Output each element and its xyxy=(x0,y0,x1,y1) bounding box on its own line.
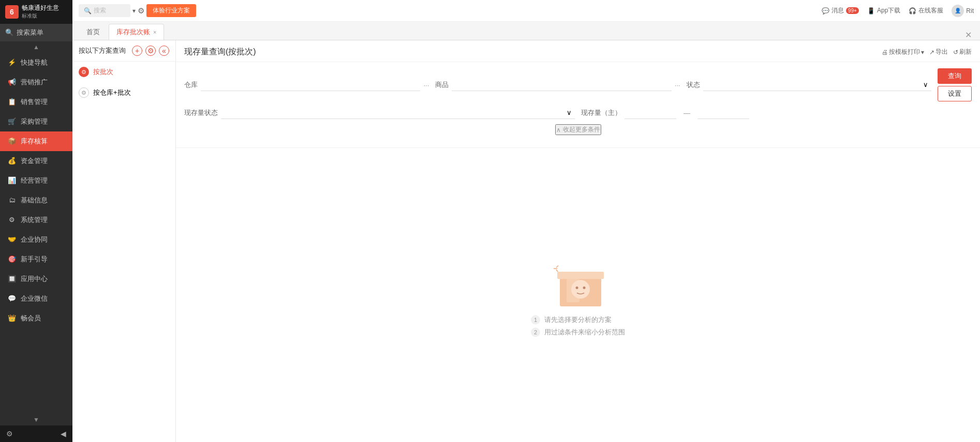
app-download-btn[interactable]: 📱 App下载 xyxy=(867,6,900,15)
sidebar-item-label: 企业协同 xyxy=(21,235,48,244)
sidebar-item-newbie[interactable]: 🎯 新手引导 xyxy=(0,249,72,269)
sidebar-item-label: 经营管理 xyxy=(21,176,48,185)
stock-status-dropdown[interactable]: ∨ xyxy=(221,107,575,119)
sidebar-item-label: 系统管理 xyxy=(21,215,48,225)
stock-amount-max[interactable] xyxy=(697,107,749,119)
scheme-panel-header: 按以下方案查询 + ⚙ « xyxy=(72,40,175,62)
tab-inventory-batch[interactable]: 库存批次账 × xyxy=(109,24,164,40)
empty-hint-2: 2 用过滤条件来缩小分析范围 xyxy=(531,328,625,337)
add-scheme-btn[interactable]: + xyxy=(132,46,142,56)
tab-home-label: 首页 xyxy=(86,27,100,37)
online-service-btn[interactable]: 🎧 在线客服 xyxy=(909,6,943,15)
svg-line-8 xyxy=(556,270,558,272)
experience-btn[interactable]: 体验行业方案 xyxy=(146,4,196,17)
collapse-more-btn[interactable]: ∧ 收起更多条件 xyxy=(555,124,601,135)
inventory-icon: 📦 xyxy=(7,137,17,146)
sidebar-item-label: 销售管理 xyxy=(21,97,48,107)
sidebar-header: 6 畅康通好生意 标准版 xyxy=(0,0,72,24)
topbar-search[interactable]: 🔍 搜索 xyxy=(79,4,130,17)
sidebar-item-shortcut[interactable]: ⚡ 快捷导航 xyxy=(0,53,72,72)
purchase-icon: 🛒 xyxy=(7,117,17,126)
settings-btn[interactable]: 设置 xyxy=(938,86,972,101)
filter-goods: 商品 ··· xyxy=(435,79,680,91)
topbar-left: 🔍 搜索 ▾ ⚙ 体验行业方案 xyxy=(79,4,818,17)
collapse-icon: « xyxy=(162,47,166,55)
goods-input[interactable] xyxy=(452,79,671,91)
warehouse-input[interactable] xyxy=(201,79,420,91)
chevron-down-icon: ∨ xyxy=(923,81,928,89)
corp-icon: 🤝 xyxy=(7,235,17,244)
empty-hints: 1 请先选择要分析的方案 2 用过滤条件来缩小分析范围 xyxy=(531,315,625,337)
sidebar-item-label: 应用中心 xyxy=(21,274,48,284)
panel-close-btn[interactable]: ✕ xyxy=(963,30,974,40)
app-edition: 标准版 xyxy=(22,12,59,20)
topbar-chevron-icon[interactable]: ▾ xyxy=(132,7,136,14)
main-area: 🔍 搜索 ▾ ⚙ 体验行业方案 💬 消息 99+ 📱 App下载 🎧 在线客服 xyxy=(72,0,980,442)
scroll-up-btn[interactable]: ▲ xyxy=(0,41,72,53)
sidebar-item-member[interactable]: 👑 畅会员 xyxy=(0,308,72,328)
sidebar-item-finance[interactable]: 💰 资金管理 xyxy=(0,151,72,171)
marketing-icon: 📢 xyxy=(7,78,17,87)
message-icon: 💬 xyxy=(822,7,829,14)
collapse-icon: ∧ xyxy=(556,126,561,134)
svg-line-6 xyxy=(556,266,558,268)
scheme-panel-title: 按以下方案查询 xyxy=(79,46,126,55)
avatar: 👤 xyxy=(952,5,964,17)
export-btn[interactable]: ↗ 导出 xyxy=(929,48,948,56)
goods-label: 商品 xyxy=(435,80,449,90)
collapse-sidebar-icon[interactable]: ◀ xyxy=(61,430,66,438)
sidebar-item-wechat[interactable]: 💬 企业微信 xyxy=(0,289,72,308)
stock-amount-min[interactable] xyxy=(625,107,676,119)
status-label: 状态 xyxy=(687,80,700,90)
sidebar-item-business[interactable]: 📊 经营管理 xyxy=(0,171,72,190)
sidebar-item-marketing[interactable]: 📢 营销推广 xyxy=(0,72,72,92)
system-icon: ⚙ xyxy=(7,215,17,225)
export-icon: ↗ xyxy=(929,49,934,56)
sales-icon: 📋 xyxy=(7,97,17,107)
sidebar-item-inventory[interactable]: 📦 库存核算 xyxy=(0,131,72,151)
sidebar-item-apps[interactable]: 🔲 应用中心 xyxy=(0,269,72,289)
status-dropdown[interactable]: ∨ xyxy=(703,79,931,91)
filter-row-1: 仓库 ··· 商品 ··· 状态 ∨ xyxy=(184,68,972,101)
sidebar-footer: ⚙ ◀ xyxy=(0,425,72,442)
tab-close-icon[interactable]: × xyxy=(153,29,156,35)
svg-point-5 xyxy=(583,287,586,289)
scheme-settings-btn[interactable]: ⚙ xyxy=(145,46,156,56)
warehouse-more-btn[interactable]: ··· xyxy=(423,81,429,89)
sidebar-item-system[interactable]: ⚙ 系统管理 xyxy=(0,210,72,230)
scheme-collapse-btn[interactable]: « xyxy=(159,46,169,56)
user-area[interactable]: 👤 Rit xyxy=(952,5,974,17)
refresh-btn[interactable]: ↺ 刷新 xyxy=(953,48,972,56)
query-btn[interactable]: 查询 xyxy=(938,68,972,84)
user-name: Rit xyxy=(966,7,974,14)
tab-home[interactable]: 首页 xyxy=(79,24,108,40)
topbar-right: 💬 消息 99+ 📱 App下载 🎧 在线客服 👤 Rit xyxy=(822,5,974,17)
goods-more-btn[interactable]: ··· xyxy=(675,81,680,89)
empty-illustration xyxy=(552,257,604,309)
svg-point-3 xyxy=(571,280,590,299)
sidebar-item-basic[interactable]: 🗂 基础信息 xyxy=(0,190,72,210)
sidebar-search[interactable]: 🔍 搜索菜单 xyxy=(0,24,72,41)
scheme-item-warehouse-batch[interactable]: ⚙ 按仓库+批次 xyxy=(72,82,175,103)
message-label: 消息 xyxy=(831,6,844,15)
filter-row-2: 现存量状态 ∨ 现存量（主） — xyxy=(184,107,972,119)
page-actions: 🖨 按模板打印 ▾ ↗ 导出 ↺ 刷新 xyxy=(882,48,972,56)
sidebar-item-purchase[interactable]: 🛒 采购管理 xyxy=(0,112,72,131)
hint-text-2: 用过滤条件来缩小分析范围 xyxy=(544,328,625,337)
print-btn[interactable]: 🖨 按模板打印 ▾ xyxy=(882,48,924,56)
sidebar-item-corp[interactable]: 🤝 企业协同 xyxy=(0,230,72,249)
filter-stock-amount: 现存量（主） — xyxy=(581,107,972,119)
content-area: 按以下方案查询 + ⚙ « ⚙ 按批次 ⚙ xyxy=(72,40,980,442)
filter-stock-status: 现存量状态 ∨ xyxy=(184,107,575,119)
scroll-down-btn[interactable]: ▼ xyxy=(0,414,72,425)
message-btn[interactable]: 💬 消息 99+ xyxy=(822,6,859,15)
chevron-down-icon: ∨ xyxy=(567,109,572,116)
topbar-gear-icon[interactable]: ⚙ xyxy=(138,6,144,16)
scheme-item-batch[interactable]: ⚙ 按批次 xyxy=(72,62,175,82)
sidebar-item-sales[interactable]: 📋 销售管理 xyxy=(0,92,72,112)
sidebar-item-label: 库存核算 xyxy=(21,137,48,146)
settings-footer-icon[interactable]: ⚙ xyxy=(6,430,13,438)
printer-icon: 🖨 xyxy=(882,49,888,56)
search-icon: 🔍 xyxy=(84,7,92,14)
stock-amount-label: 现存量（主） xyxy=(581,108,621,117)
